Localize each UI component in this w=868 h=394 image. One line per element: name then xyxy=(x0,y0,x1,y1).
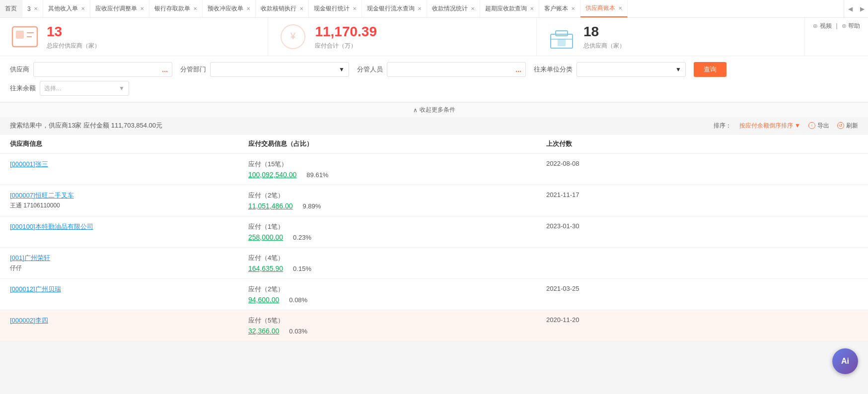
tx-label-4: 应付（2笔） xyxy=(248,285,546,294)
supplier-info-1: [000007]恒旺二手叉车 王通 17106110000 xyxy=(10,191,248,210)
search-button[interactable]: 查询 xyxy=(694,62,726,77)
nav-close-3[interactable]: ✕ xyxy=(34,6,38,11)
supplier-info-5: [000002]李四 xyxy=(10,316,248,325)
nav-close-overdue-query[interactable]: ✕ xyxy=(530,6,534,11)
category-label: 往来单位分类 xyxy=(534,65,573,74)
supplier-info-3: [001]广州荣轩 仔仔 xyxy=(10,254,248,272)
supplier-link-3[interactable]: [001]广州荣轩 xyxy=(10,254,248,263)
last-payment-0: 2022-08-08 xyxy=(546,160,858,167)
last-payment-5: 2020-11-20 xyxy=(546,316,858,324)
balance-select[interactable]: 选择... ▼ xyxy=(40,81,129,96)
nav-bank-deposit[interactable]: 银行存取款单 ✕ xyxy=(149,0,203,17)
transaction-info-4: 应付（2笔） 94,600.00 0.08% xyxy=(248,285,546,304)
nav-close-cash-flow-query[interactable]: ✕ xyxy=(418,6,422,11)
col-supplier-header: 供应商信息 xyxy=(10,139,248,148)
supplier-input[interactable]: ... xyxy=(33,62,172,77)
nav-close-bank-deposit[interactable]: ✕ xyxy=(193,6,197,11)
tx-label-1: 应付（2笔） xyxy=(248,191,546,200)
nav-home[interactable]: 首页 xyxy=(0,0,22,17)
tx-amount-1[interactable]: 11,051,486.00 xyxy=(248,202,293,210)
data-table: 供应商信息 应付交易信息（占比） 上次付数 [000001]张三 应付（15笔）… xyxy=(0,134,868,341)
nav-scroll-left[interactable]: ◀ xyxy=(844,0,856,18)
supplier-sub-3: 仔仔 xyxy=(10,264,248,272)
refresh-button[interactable]: ↺ 刷新 xyxy=(837,122,858,130)
nav-cash-flow-query[interactable]: 现金银行流水查询 ✕ xyxy=(362,0,427,17)
links-divider: ｜ xyxy=(834,22,840,30)
nav-close-prepay-offset[interactable]: ✕ xyxy=(246,6,250,11)
stat-suppliers-info: 18 总供应商（家） xyxy=(583,23,625,51)
filter-category: 往来单位分类 ▼ xyxy=(534,62,686,77)
supplier-link-2[interactable]: [000100]本特勤油品有限公司 xyxy=(10,222,248,231)
filter-dept: 分管部门 ▼ xyxy=(180,62,349,77)
nav-payment-stat[interactable]: 收款情况统计 ✕ xyxy=(427,0,480,17)
nav-payment-stat-label: 收款情况统计 xyxy=(432,4,468,13)
nav-customer-ledger[interactable]: 客户账本 ✕ xyxy=(539,0,580,17)
sort-select[interactable]: 按应付余额倒序排序 ▼ xyxy=(739,122,800,130)
tx-amount-5[interactable]: 32,366.00 xyxy=(248,327,279,335)
supplier-dots[interactable]: ... xyxy=(162,66,168,73)
nav-receipt-verify[interactable]: 收款核销执行 ✕ xyxy=(256,0,309,17)
tx-amount-0[interactable]: 100,092,540.00 xyxy=(248,171,296,179)
supplier-link-5[interactable]: [000002]李四 xyxy=(10,316,248,325)
nav-cash-bank-stat[interactable]: 现金银行统计 ✕ xyxy=(309,0,362,17)
nav-prepay-offset[interactable]: 预收冲应收单 ✕ xyxy=(203,0,256,17)
results-actions: 排序： 按应付余额倒序排序 ▼ ↑ 导出 ↺ 刷新 xyxy=(714,122,858,130)
nav-tab-3[interactable]: 3 ✕ xyxy=(22,0,43,17)
nav-close-supplier-ledger[interactable]: ✕ xyxy=(618,5,622,11)
nav-close-other-income[interactable]: ✕ xyxy=(81,6,85,11)
filter-balance: 往来余额 选择... ▼ xyxy=(10,81,129,96)
refresh-icon: ↺ xyxy=(837,122,844,129)
supplier-sub-1: 王通 17106110000 xyxy=(10,201,248,210)
nav-other-income-label: 其他收入单 xyxy=(48,4,78,13)
nav-close-cash-bank-stat[interactable]: ✕ xyxy=(353,6,357,11)
nav-close-ar-ap-adjust[interactable]: ✕ xyxy=(140,6,144,11)
payment-date-2: 2023-01-30 xyxy=(546,222,579,230)
nav-close-payment-stat[interactable]: ✕ xyxy=(471,6,475,11)
tx-label-2: 应付（1笔） xyxy=(248,222,546,231)
nav-ar-ap-adjust[interactable]: 应收应付调整单 ✕ xyxy=(90,0,149,17)
nav-close-receipt-verify[interactable]: ✕ xyxy=(299,6,303,11)
stat-suppliers-label: 总供应商（家） xyxy=(583,42,625,50)
tx-pct-3: 0.15% xyxy=(293,265,311,272)
supplier-info-4: [000012]广州贝瑞 xyxy=(10,285,248,294)
table-row: [000002]李四 应付（5笔） 32,366.00 0.03% 2020-1… xyxy=(0,310,868,341)
person-input[interactable]: ... xyxy=(387,62,526,77)
tx-amount-2[interactable]: 258,000.00 xyxy=(248,233,283,241)
last-payment-4: 2021-03-25 xyxy=(546,285,858,292)
nav-supplier-ledger[interactable]: 供应商账本 ✕ xyxy=(580,0,628,17)
stat-total-info: 11,170.39 应付合计（万） xyxy=(315,23,377,51)
nav-other-income[interactable]: 其他收入单 ✕ xyxy=(43,0,90,17)
tx-pct-0: 89.61% xyxy=(306,171,328,179)
person-label: 分管人员 xyxy=(357,65,383,74)
nav-prepay-offset-label: 预收冲应收单 xyxy=(208,4,243,13)
tx-amount-4[interactable]: 94,600.00 xyxy=(248,296,279,304)
transaction-info-2: 应付（1笔） 258,000.00 0.23% xyxy=(248,222,546,241)
person-dots[interactable]: ... xyxy=(515,66,521,73)
nav-bank-deposit-label: 银行存取款单 xyxy=(154,4,190,13)
stat-payable-info: 13 总应付供应商（家） xyxy=(47,23,100,51)
nav-scroll-right[interactable]: ▶ xyxy=(856,0,868,18)
dept-select[interactable]: ▼ xyxy=(210,62,349,77)
tx-amount-3[interactable]: 164,635.90 xyxy=(248,264,283,272)
nav-receipt-verify-label: 收款核销执行 xyxy=(261,4,296,13)
nav-cash-bank-stat-label: 现金银行统计 xyxy=(314,4,350,13)
tx-pct-5: 0.03% xyxy=(289,328,307,335)
category-select[interactable]: ▼ xyxy=(577,62,686,77)
supplier-link-4[interactable]: [000012]广州贝瑞 xyxy=(10,285,248,294)
collapse-button[interactable]: ∧ 收起更多条件 xyxy=(413,106,455,114)
balance-placeholder: 选择... xyxy=(44,84,61,93)
nav-overdue-query[interactable]: 超期应收款查询 ✕ xyxy=(480,0,539,17)
filter-row-2: 往来余额 选择... ▼ xyxy=(10,81,858,96)
export-icon: ↑ xyxy=(808,122,815,129)
video-link[interactable]: ⊙ 视频 xyxy=(813,22,831,30)
stat-payable-suppliers: 13 总应付供应商（家） xyxy=(0,18,268,56)
payable-total-icon: ¥ xyxy=(278,22,308,52)
nav-ar-ap-adjust-label: 应收应付调整单 xyxy=(95,4,137,13)
dept-arrow: ▼ xyxy=(339,66,345,73)
supplier-link-0[interactable]: [000001]张三 xyxy=(10,160,248,169)
nav-close-customer-ledger[interactable]: ✕ xyxy=(571,6,575,11)
export-button[interactable]: ↑ 导出 xyxy=(808,122,829,130)
help-link[interactable]: ⊙ 帮助 xyxy=(842,22,860,30)
supplier-link-1[interactable]: [000007]恒旺二手叉车 xyxy=(10,191,248,200)
tx-label-0: 应付（15笔） xyxy=(248,160,546,169)
